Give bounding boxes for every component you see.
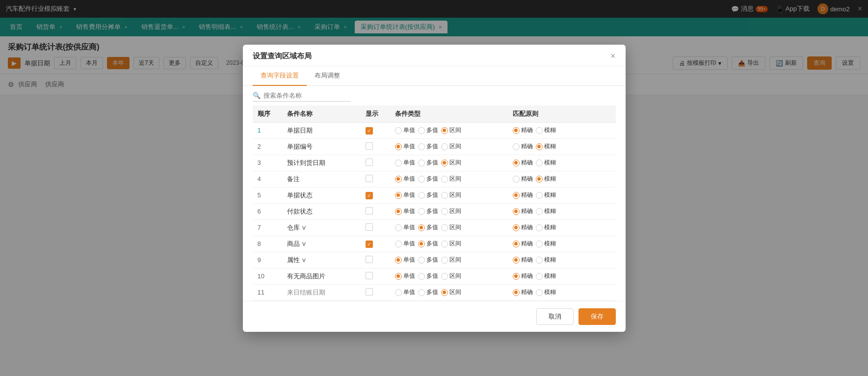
type-option-单值[interactable]: 单值	[395, 288, 415, 296]
display-checkbox[interactable]	[366, 192, 373, 199]
type-option-多值[interactable]: 多值	[418, 223, 438, 232]
table-row: 1单据日期单值多值区间精确模糊	[253, 122, 616, 138]
type-option-区间[interactable]: 区间	[441, 240, 461, 248]
radio-label: 模糊	[544, 142, 556, 151]
type-option-多值[interactable]: 多值	[418, 272, 438, 280]
radio-label: 多值	[426, 288, 438, 296]
dropdown-chevron-icon[interactable]: ∨	[301, 240, 307, 247]
type-option-多值[interactable]: 多值	[418, 288, 438, 296]
match-option-模糊[interactable]: 模糊	[536, 272, 556, 280]
radio-label: 单值	[403, 256, 415, 264]
match-option-模糊[interactable]: 模糊	[536, 223, 556, 232]
tab-layout-adjust[interactable]: 布局调整	[307, 66, 348, 86]
match-option-模糊[interactable]: 模糊	[536, 288, 556, 296]
display-checkbox[interactable]	[366, 256, 373, 263]
cell-match: 精确模糊	[508, 122, 616, 138]
match-option-精确[interactable]: 精确	[513, 159, 533, 167]
cell-order: 2	[253, 138, 282, 155]
match-option-模糊[interactable]: 模糊	[536, 142, 556, 151]
radio-circle	[418, 143, 425, 150]
type-option-多值[interactable]: 多值	[418, 126, 438, 134]
search-icon: 🔍	[253, 92, 261, 99]
search-box: 🔍	[253, 92, 351, 102]
match-option-精确[interactable]: 精确	[513, 175, 533, 183]
match-option-模糊[interactable]: 模糊	[536, 159, 556, 167]
modal-close-btn[interactable]: ×	[610, 52, 616, 60]
type-option-区间[interactable]: 区间	[441, 159, 461, 167]
match-option-模糊[interactable]: 模糊	[536, 256, 556, 264]
radio-label: 精确	[521, 191, 533, 199]
match-radio-group: 精确模糊	[513, 142, 611, 151]
type-option-多值[interactable]: 多值	[418, 256, 438, 264]
type-option-单值[interactable]: 单值	[395, 240, 415, 248]
display-checkbox[interactable]	[366, 175, 373, 182]
table-row: 8商品 ∨单值多值区间精确模糊	[253, 236, 616, 252]
type-option-单值[interactable]: 单值	[395, 175, 415, 183]
type-option-区间[interactable]: 区间	[441, 223, 461, 232]
type-option-单值[interactable]: 单值	[395, 223, 415, 232]
type-option-单值[interactable]: 单值	[395, 126, 415, 134]
type-option-多值[interactable]: 多值	[418, 191, 438, 199]
match-option-模糊[interactable]: 模糊	[536, 126, 556, 134]
type-option-区间[interactable]: 区间	[441, 272, 461, 280]
display-checkbox[interactable]	[366, 241, 373, 248]
type-option-单值[interactable]: 单值	[395, 159, 415, 167]
type-option-区间[interactable]: 区间	[441, 256, 461, 264]
col-header-order: 顺序	[253, 106, 282, 123]
type-option-多值[interactable]: 多值	[418, 207, 438, 215]
type-option-区间[interactable]: 区间	[441, 142, 461, 151]
dropdown-chevron-icon[interactable]: ∨	[301, 224, 307, 231]
type-option-区间[interactable]: 区间	[441, 207, 461, 215]
type-option-多值[interactable]: 多值	[418, 175, 438, 183]
type-option-单值[interactable]: 单值	[395, 256, 415, 264]
display-checkbox[interactable]	[366, 207, 373, 215]
type-option-单值[interactable]: 单值	[395, 142, 415, 151]
type-option-区间[interactable]: 区间	[441, 288, 461, 296]
cell-display	[361, 171, 390, 187]
conditions-table: 顺序 条件名称 显示 条件类型 匹配原则 1单据日期单值多值区间精确模糊2单据编…	[253, 106, 616, 301]
match-option-精确[interactable]: 精确	[513, 142, 533, 151]
match-option-模糊[interactable]: 模糊	[536, 207, 556, 215]
type-option-区间[interactable]: 区间	[441, 191, 461, 199]
match-option-模糊[interactable]: 模糊	[536, 240, 556, 248]
save-button[interactable]: 保存	[579, 308, 616, 325]
radio-circle	[513, 241, 520, 247]
cell-name: 仓库 ∨	[282, 219, 361, 236]
type-option-多值[interactable]: 多值	[418, 159, 438, 167]
type-option-区间[interactable]: 区间	[441, 175, 461, 183]
match-option-精确[interactable]: 精确	[513, 126, 533, 134]
match-option-精确[interactable]: 精确	[513, 272, 533, 280]
match-option-精确[interactable]: 精确	[513, 207, 533, 215]
display-checkbox[interactable]	[366, 223, 373, 231]
display-checkbox[interactable]	[366, 142, 373, 150]
radio-circle	[395, 241, 402, 247]
radio-circle	[441, 289, 448, 296]
radio-circle	[536, 273, 543, 280]
display-checkbox[interactable]	[366, 159, 373, 166]
display-checkbox[interactable]	[366, 127, 373, 134]
match-option-精确[interactable]: 精确	[513, 223, 533, 232]
dropdown-chevron-icon[interactable]: ∨	[301, 256, 307, 264]
match-option-精确[interactable]: 精确	[513, 191, 533, 199]
match-option-精确[interactable]: 精确	[513, 256, 533, 264]
type-option-区间[interactable]: 区间	[441, 126, 461, 134]
match-option-模糊[interactable]: 模糊	[536, 191, 556, 199]
cell-match: 精确模糊	[508, 252, 616, 268]
cell-display	[361, 187, 390, 203]
type-option-多值[interactable]: 多值	[418, 240, 438, 248]
match-option-精确[interactable]: 精确	[513, 288, 533, 296]
type-option-多值[interactable]: 多值	[418, 142, 438, 151]
display-checkbox[interactable]	[366, 288, 373, 295]
type-option-单值[interactable]: 单值	[395, 191, 415, 199]
radio-label: 模糊	[544, 272, 556, 280]
display-checkbox[interactable]	[366, 272, 373, 279]
search-input[interactable]	[263, 92, 342, 99]
match-option-模糊[interactable]: 模糊	[536, 175, 556, 183]
table-row: 6付款状态单值多值区间精确模糊	[253, 203, 616, 219]
cancel-button[interactable]: 取消	[536, 308, 574, 325]
match-option-精确[interactable]: 精确	[513, 240, 533, 248]
cell-type: 单值多值区间	[390, 236, 508, 252]
tab-query-fields[interactable]: 查询字段设置	[253, 66, 307, 86]
type-option-单值[interactable]: 单值	[395, 272, 415, 280]
type-option-单值[interactable]: 单值	[395, 207, 415, 215]
